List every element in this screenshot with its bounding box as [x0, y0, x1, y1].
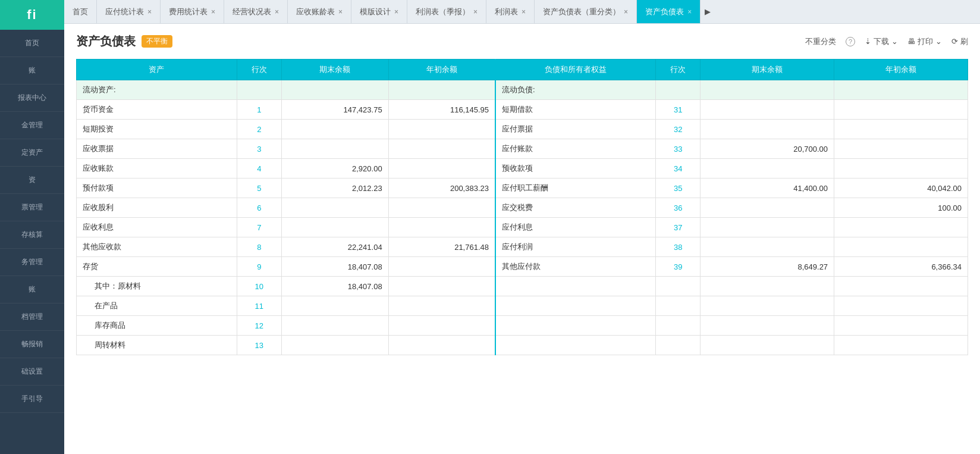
- end-balance[interactable]: 147,423.75: [281, 100, 388, 120]
- tab-close-profit[interactable]: ×: [522, 8, 526, 16]
- year-start2[interactable]: [834, 139, 968, 159]
- end-balance[interactable]: [281, 218, 388, 237]
- end-balance[interactable]: 2,920.00: [281, 159, 388, 179]
- end-balance2[interactable]: 20,700.00: [701, 139, 834, 159]
- row-num: 5: [237, 179, 281, 198]
- end-balance2[interactable]: [701, 316, 834, 336]
- sidebar-item-guide[interactable]: 手引导: [0, 386, 64, 413]
- year-start2[interactable]: [834, 237, 968, 257]
- sidebar-item-capital[interactable]: 资: [0, 167, 64, 194]
- year-start[interactable]: [388, 316, 495, 336]
- tab-close-receivable-aging[interactable]: ×: [338, 8, 343, 16]
- tab-close-expense-stats[interactable]: ×: [211, 8, 215, 16]
- end-balance2[interactable]: 41,400.00: [701, 179, 834, 198]
- tab-profit[interactable]: 利润表 ×: [486, 0, 535, 24]
- row-num: 12: [237, 316, 281, 336]
- tab-close-template-design[interactable]: ×: [394, 8, 398, 16]
- sidebar-item-report-center[interactable]: 报表中心: [0, 84, 64, 112]
- end-balance2[interactable]: [701, 336, 834, 355]
- end-balance[interactable]: [281, 198, 388, 218]
- tab-home[interactable]: 首页: [64, 0, 97, 24]
- tab-balance-reclassify[interactable]: 资产负债表（重分类） ×: [535, 0, 637, 24]
- year-start2[interactable]: [834, 120, 968, 139]
- tab-close-profit-quarterly[interactable]: ×: [473, 8, 478, 16]
- end-balance[interactable]: [281, 296, 388, 316]
- year-start[interactable]: 116,145.95: [388, 100, 495, 120]
- tab-operations[interactable]: 经营状况表 ×: [224, 0, 288, 24]
- sidebar-item-account[interactable]: 账: [0, 57, 64, 84]
- print-button[interactable]: 🖶 打印 ⌄: [907, 36, 942, 47]
- sidebar-item-expense[interactable]: 畅报销: [0, 331, 64, 358]
- end-balance2[interactable]: 8,649.27: [701, 257, 834, 277]
- end-balance2[interactable]: [701, 218, 834, 237]
- year-start2[interactable]: [834, 218, 968, 237]
- tab-expense-stats[interactable]: 费用统计表 ×: [161, 0, 224, 24]
- end-balance[interactable]: 18,407.08: [281, 277, 388, 296]
- col-header-year-start: 年初余额: [388, 60, 495, 80]
- tab-scroll-right[interactable]: ▶: [701, 0, 715, 24]
- no-classify-label[interactable]: 不重分类: [805, 36, 836, 47]
- liability-name: 应付账款: [495, 139, 656, 159]
- year-start[interactable]: [388, 139, 495, 159]
- year-start2[interactable]: 40,042.00: [834, 179, 968, 198]
- sidebar-item-tax-mgmt[interactable]: 务管理: [0, 249, 64, 276]
- year-start[interactable]: [388, 198, 495, 218]
- table-row: 应收股利 6 应交税费 36 100.00: [77, 198, 968, 218]
- end-balance[interactable]: [281, 139, 388, 159]
- row-num2: 38: [656, 237, 701, 257]
- end-balance2[interactable]: [701, 198, 834, 218]
- year-start2[interactable]: 6,366.34: [834, 257, 968, 277]
- year-start2[interactable]: [834, 316, 968, 336]
- table-row: 预付款项 5 2,012.23 200,383.23 应付职工薪酬 35 41,…: [77, 179, 968, 198]
- year-start[interactable]: [388, 336, 495, 355]
- year-start[interactable]: 21,761.48: [388, 237, 495, 257]
- year-start[interactable]: [388, 159, 495, 179]
- end-balance2[interactable]: [701, 100, 834, 120]
- year-start[interactable]: [388, 277, 495, 296]
- year-start2[interactable]: 100.00: [834, 198, 968, 218]
- end-balance[interactable]: [281, 120, 388, 139]
- sidebar-item-settings[interactable]: 础设置: [0, 358, 64, 386]
- end-balance2[interactable]: [701, 159, 834, 179]
- tab-balance-sheet[interactable]: 资产负债表 ×: [637, 0, 701, 24]
- tab-close-operations[interactable]: ×: [275, 8, 279, 16]
- sidebar-item-fixed-assets[interactable]: 定资产: [0, 139, 64, 167]
- tab-close-payable-stats[interactable]: ×: [147, 8, 152, 16]
- refresh-button[interactable]: ⟳ 刷: [951, 36, 968, 47]
- end-balance2[interactable]: [701, 296, 834, 316]
- end-balance[interactable]: 2,012.23: [281, 179, 388, 198]
- table-row: 其中：原材料 10 18,407.08: [77, 277, 968, 296]
- year-start[interactable]: [388, 296, 495, 316]
- end-balance[interactable]: 18,407.08: [281, 257, 388, 277]
- tab-close-balance-reclassify[interactable]: ×: [624, 8, 628, 16]
- sidebar-item-ticket-mgmt[interactable]: 票管理: [0, 194, 64, 221]
- tab-profit-quarterly[interactable]: 利润表（季报） ×: [407, 0, 486, 24]
- sidebar-item-home[interactable]: 首页: [0, 30, 64, 57]
- download-button[interactable]: ⇣ 下载 ⌄: [865, 36, 898, 47]
- year-start[interactable]: [388, 218, 495, 237]
- year-start[interactable]: [388, 120, 495, 139]
- tab-payable-stats[interactable]: 应付统计表 ×: [97, 0, 161, 24]
- tab-close-balance-sheet[interactable]: ×: [687, 8, 692, 16]
- sidebar-item-inventory[interactable]: 存核算: [0, 221, 64, 249]
- year-start2[interactable]: [834, 296, 968, 316]
- end-balance[interactable]: 22,241.04: [281, 237, 388, 257]
- end-balance[interactable]: [281, 336, 388, 355]
- end-balance2[interactable]: [701, 277, 834, 296]
- year-start[interactable]: 200,383.23: [388, 179, 495, 198]
- year-start2[interactable]: [834, 336, 968, 355]
- year-start2[interactable]: [834, 159, 968, 179]
- tab-receivable-aging[interactable]: 应收账龄表 ×: [288, 0, 351, 24]
- year-start2[interactable]: [834, 100, 968, 120]
- tab-template-design[interactable]: 模版设计 ×: [351, 0, 407, 24]
- end-balance2[interactable]: [701, 120, 834, 139]
- year-start2[interactable]: [834, 277, 968, 296]
- end-balance[interactable]: [281, 316, 388, 336]
- year-start[interactable]: [388, 257, 495, 277]
- sidebar-item-fund-mgmt[interactable]: 金管理: [0, 112, 64, 139]
- help-icon[interactable]: ?: [846, 37, 855, 46]
- sidebar-item-ledger[interactable]: 账: [0, 276, 64, 303]
- sidebar-item-archive[interactable]: 档管理: [0, 303, 64, 331]
- row-num2: [656, 336, 701, 355]
- end-balance2[interactable]: [701, 237, 834, 257]
